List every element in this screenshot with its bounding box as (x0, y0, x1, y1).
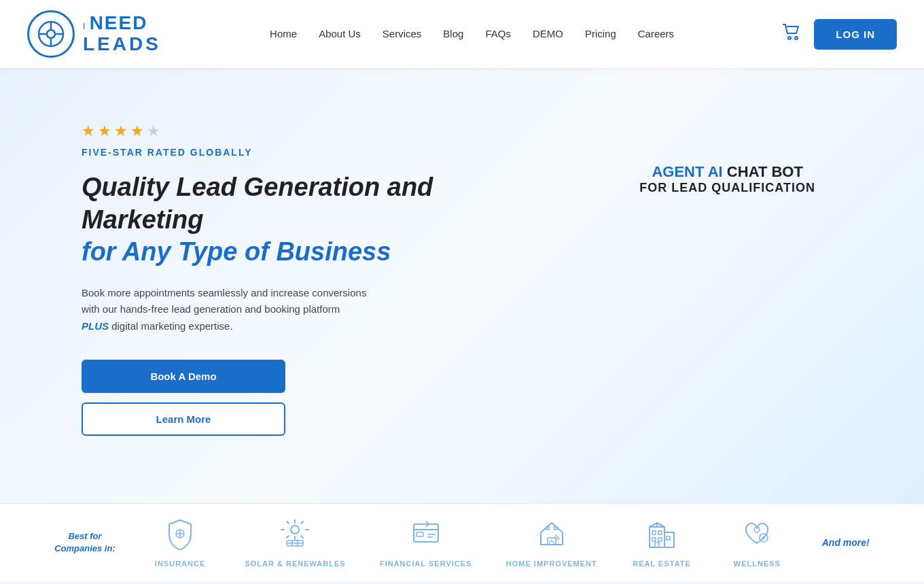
navbar-right: LOG IN (783, 19, 897, 50)
login-button[interactable]: LOG IN (814, 19, 897, 50)
strip-item-financial[interactable]: FINANCIAL SERVICES (380, 517, 472, 568)
svg-point-6 (788, 37, 791, 39)
svg-rect-24 (652, 538, 656, 541)
navbar: I NEED LEADS Home About Us Services Blog… (0, 0, 924, 68)
star-rating: ★ ★ ★ ★ ★ (82, 122, 462, 140)
logo-leads: LEADS (83, 34, 161, 55)
wellness-icon (741, 517, 773, 554)
hero-subtitle-2: with our hands-free lead generation and … (82, 303, 340, 315)
logo[interactable]: I NEED LEADS (27, 10, 161, 58)
realestate-label: REAL ESTATE (633, 560, 691, 568)
home-icon (535, 517, 568, 554)
learn-more-button[interactable]: Learn More (82, 402, 285, 436)
agent-ai-line1: AGENT AI CHAT BOT (639, 163, 815, 181)
hero-title-part1: Quality Lead Generation and Marketing (82, 173, 433, 234)
svg-rect-22 (652, 531, 656, 534)
cart-icon[interactable] (783, 23, 800, 45)
nav-home[interactable]: Home (270, 28, 297, 40)
hero-right: AGENT AI CHAT BOT FOR LEAD QUALIFICATION (612, 122, 842, 209)
solar-icon (279, 517, 311, 554)
strip-item-wellness[interactable]: WELLNESS (726, 517, 787, 568)
hero-buttons: Book A Demo Learn More (82, 360, 462, 436)
building-icon (645, 517, 678, 554)
svg-rect-26 (667, 536, 670, 540)
financial-label: FINANCIAL SERVICES (380, 560, 472, 568)
svg-point-9 (291, 526, 299, 534)
insurance-label: INSURANCE (155, 560, 205, 568)
bottom-strip: Best for Companies in: INSURANCE SOLAR (0, 503, 924, 581)
solar-label: SOLAR & RENEWABLES (245, 560, 345, 568)
nav-links: Home About Us Services Blog FAQs DEMO Pr… (270, 28, 674, 40)
nav-pricing[interactable]: Pricing (585, 28, 616, 40)
and-more-label: And more! (822, 537, 870, 548)
strip-item-realestate[interactable]: REAL ESTATE (631, 517, 692, 568)
hero-plus-label: PLUS (82, 320, 109, 332)
star-4: ★ (130, 122, 144, 140)
svg-rect-19 (650, 527, 664, 547)
logo-i: I (83, 22, 87, 31)
svg-rect-15 (416, 532, 423, 536)
rated-text: FIVE-STAR RATED GLOBALLY (82, 147, 462, 158)
wellness-label: WELLNESS (734, 560, 781, 568)
svg-point-1 (47, 30, 55, 38)
star-3: ★ (114, 122, 128, 140)
svg-rect-18 (548, 538, 556, 545)
nav-blog[interactable]: Blog (443, 28, 463, 40)
svg-rect-27 (655, 543, 659, 547)
home-label: HOME IMPROVEMENT (506, 560, 597, 568)
hero-title-part2: for Any Type of Business (82, 237, 391, 266)
nav-faqs[interactable]: FAQs (485, 28, 511, 40)
svg-rect-25 (658, 538, 662, 541)
star-5: ★ (147, 122, 160, 140)
agent-ai-banner: AGENT AI CHAT BOT FOR LEAD QUALIFICATION (612, 150, 842, 209)
finance-icon (410, 517, 442, 554)
agent-ai-line3: FOR LEAD QUALIFICATION (639, 181, 815, 195)
hero-subtitle-1: Book more appointments seamlessly and in… (82, 287, 366, 298)
shield-icon (164, 517, 196, 554)
strip-item-solar[interactable]: SOLAR & RENEWABLES (245, 517, 345, 568)
star-2: ★ (98, 122, 111, 140)
logo-text: I NEED LEADS (83, 13, 161, 55)
hero-subtitle-3: digital marketing expertise. (109, 320, 233, 332)
hero-subtitle: Book more appointments seamlessly and in… (82, 285, 462, 335)
hero-title: Quality Lead Generation and Marketing fo… (82, 171, 462, 269)
nav-services[interactable]: Services (383, 28, 422, 40)
svg-rect-23 (658, 531, 662, 534)
svg-point-7 (795, 37, 798, 39)
star-1: ★ (82, 122, 95, 140)
nav-about[interactable]: About Us (319, 28, 361, 40)
hero-section: ★ ★ ★ ★ ★ FIVE-STAR RATED GLOBALLY Quali… (0, 68, 924, 503)
book-demo-button[interactable]: Book A Demo (82, 360, 285, 393)
logo-need: NEED (90, 13, 148, 34)
strip-item-home[interactable]: HOME IMPROVEMENT (506, 517, 597, 568)
nav-careers[interactable]: Careers (638, 28, 674, 40)
best-for-label: Best for Companies in: (54, 530, 116, 555)
nav-demo[interactable]: DEMO (533, 28, 563, 40)
hero-left: ★ ★ ★ ★ ★ FIVE-STAR RATED GLOBALLY Quali… (82, 122, 462, 436)
strip-item-insurance[interactable]: INSURANCE (149, 517, 211, 568)
logo-icon (27, 10, 75, 58)
